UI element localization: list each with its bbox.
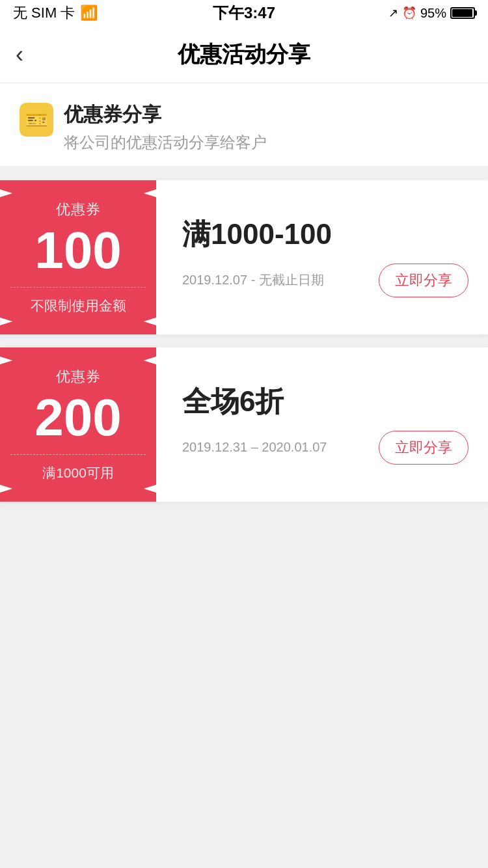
section-header: 🎫 优惠券分享 将公司的优惠活动分享给客户 (0, 83, 488, 166)
coupon-left-1: 优惠券 200 满1000可用 (0, 347, 156, 502)
empty-background (0, 528, 488, 788)
wifi-icon: 📶 (80, 5, 98, 21)
page-title: 优惠活动分享 (178, 40, 310, 70)
coupon-label-1: 优惠券 (56, 367, 101, 387)
coupon-date-1: 2019.12.31 – 2020.01.07 (182, 440, 327, 455)
coupon-card: 优惠券 100 不限制使用金额 满1000-100 2019.12.07 - 无… (0, 180, 488, 334)
coupon-right-0: 满1000-100 2019.12.07 - 无截止日期 立即分享 (156, 180, 488, 334)
coupon-name-1: 全场6折 (182, 385, 468, 419)
share-button-1[interactable]: 立即分享 (379, 431, 468, 465)
coupon-label-0: 优惠券 (56, 200, 101, 219)
battery-percent: 95% (420, 6, 446, 21)
coupon-right-1: 全场6折 2019.12.31 – 2020.01.07 立即分享 (156, 347, 488, 502)
coupon-condition-0: 不限制使用金额 (31, 297, 126, 315)
status-bar: 无 SIM 卡 📶 下午3:47 ↗ ⏰ 95% (0, 0, 488, 26)
coupon-meta-1: 2019.12.31 – 2020.01.07 立即分享 (182, 431, 468, 465)
status-left: 无 SIM 卡 📶 (13, 3, 98, 23)
location-icon: ↗ (388, 6, 398, 20)
back-button[interactable]: ‹ (16, 43, 23, 66)
coupon-list: 优惠券 100 不限制使用金额 满1000-100 2019.12.07 - 无… (0, 167, 488, 528)
share-button-0[interactable]: 立即分享 (379, 264, 468, 297)
alarm-icon: ⏰ (402, 6, 416, 20)
status-right: ↗ ⏰ 95% (388, 6, 475, 21)
coupon-amount-1: 200 (34, 392, 121, 444)
coupon-amount-0: 100 (34, 224, 121, 277)
coupon-condition-1: 满1000可用 (42, 464, 114, 482)
coupon-left-0: 优惠券 100 不限制使用金额 (0, 180, 156, 334)
coupon-card: 优惠券 200 满1000可用 全场6折 2019.12.31 – 2020.0… (0, 347, 488, 502)
carrier-label: 无 SIM 卡 (13, 3, 75, 23)
section-title: 优惠券分享 (64, 102, 267, 128)
battery-icon (450, 7, 475, 19)
coupon-meta-0: 2019.12.07 - 无截止日期 立即分享 (182, 264, 468, 297)
section-icon: 🎫 (20, 103, 53, 137)
section-text: 优惠券分享 将公司的优惠活动分享给客户 (64, 102, 267, 153)
section-subtitle: 将公司的优惠活动分享给客户 (64, 132, 267, 153)
coupon-date-0: 2019.12.07 - 无截止日期 (182, 271, 324, 289)
status-time: 下午3:47 (213, 3, 275, 23)
coupon-divider-1 (10, 454, 146, 455)
coupon-name-0: 满1000-100 (182, 217, 468, 252)
nav-bar: ‹ 优惠活动分享 (0, 26, 488, 83)
coupon-divider-0 (10, 287, 146, 288)
